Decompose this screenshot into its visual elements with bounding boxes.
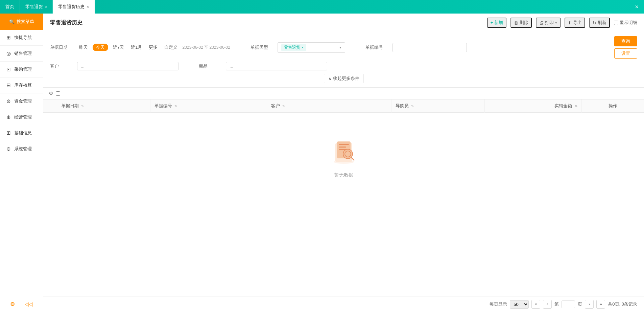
tab-retail-return-history[interactable]: 零售退货历史 × (53, 0, 94, 14)
print-button[interactable]: 🖨 打印 ▾ (536, 18, 560, 28)
first-page-button[interactable]: « (531, 300, 540, 309)
page-word: 第 (554, 301, 559, 307)
refresh-button[interactable]: ↻ 刷新 (589, 18, 610, 28)
type-selector[interactable]: 零售退货 × ▾ (278, 42, 345, 53)
col-header-no[interactable]: 单据编号 ⇅ (150, 99, 267, 113)
col-header-customer[interactable]: 客户 ⇅ (267, 99, 391, 113)
setting-button[interactable]: 设置 (614, 48, 637, 59)
content-area: 零售退货历史 + 新增 🗑 删除 🖨 打印 ▾ ⬆ 导出 ↻ (43, 14, 644, 312)
voucher-input[interactable] (392, 43, 467, 52)
page-title: 零售退货历史 (50, 19, 82, 26)
collapse-button[interactable]: ∧ 收起更多条件 (324, 74, 364, 83)
audio-icon[interactable]: ◁◁ (25, 301, 33, 307)
finance-icon: ⊜ (5, 98, 11, 104)
type-dropdown-arrow: ▾ (339, 45, 341, 50)
sidebar-item-inventory[interactable]: ⊟ 库存核算 (0, 77, 43, 93)
col-header-guide[interactable]: 导购员 ⇅ (391, 99, 484, 113)
data-table: 单据日期 ⇅ 单据编号 ⇅ 客户 ⇅ (43, 99, 644, 113)
sidebar-item-quick-nav-label: 快捷导航 (14, 35, 32, 41)
svg-rect-4 (339, 147, 346, 148)
type-label: 单据类型 (251, 44, 271, 50)
date-option-last7[interactable]: 近7天 (111, 44, 126, 51)
top-bar: 首页 零售退货 × 零售退货历史 × × (0, 0, 644, 14)
empty-state: 暂无数据 (43, 113, 644, 199)
date-option-custom[interactable]: 自定义 (162, 44, 180, 51)
sidebar-search[interactable]: 🔍 搜索菜单 (0, 14, 43, 30)
prev-page-button[interactable]: ‹ (543, 300, 552, 309)
customer-placeholder: ... (81, 64, 85, 69)
system-icon: ⊙ (5, 146, 11, 152)
col-header-date[interactable]: 单据日期 ⇅ (57, 99, 150, 113)
sidebar-item-purchase[interactable]: ⊡ 采购管理 (0, 62, 43, 77)
sidebar-item-sales-label: 销售管理 (14, 50, 32, 57)
goods-input[interactable]: ... (226, 62, 327, 70)
date-option-more[interactable]: 更多 (147, 44, 160, 51)
filter-area: 单据日期 昨天 今天 近7天 近1月 更多 自定义 2023-06-02 至 2… (43, 32, 644, 88)
page-size-select[interactable]: 20 50 100 200 (510, 300, 529, 309)
sidebar-item-basic-label: 基础信息 (14, 130, 32, 136)
sidebar-item-basic[interactable]: ⊞ 基础信息 (0, 125, 43, 141)
settings-gear-icon[interactable]: ⚙ (10, 301, 15, 307)
table-area: ⚙ 单据日期 ⇅ 单据编号 ⇅ (43, 88, 644, 296)
pagination-bar: 每页显示 20 50 100 200 « ‹ 第 1 页 › » 共0页, 0条… (43, 296, 644, 312)
show-detail-checkbox[interactable] (614, 21, 618, 25)
header-actions: + 新增 🗑 删除 🖨 打印 ▾ ⬆ 导出 ↻ 刷新 (487, 18, 637, 28)
customer-input[interactable]: ... (77, 62, 178, 70)
tab-retail-return-close[interactable]: × (45, 5, 47, 9)
inventory-icon: ⊟ (5, 82, 11, 88)
delete-button[interactable]: 🗑 删除 (510, 18, 532, 28)
date-option-yesterday[interactable]: 昨天 (77, 44, 90, 51)
type-tag: 零售退货 × (281, 44, 306, 51)
date-options: 昨天 今天 近7天 近1月 更多 自定义 2023-06-02 至 2023-0… (77, 44, 230, 51)
customer-sort-icon: ⇅ (282, 104, 285, 108)
page-header: 零售退货历史 + 新增 🗑 删除 🖨 打印 ▾ ⬆ 导出 ↻ (43, 14, 644, 32)
sidebar-item-operation[interactable]: ⊕ 经营管理 (0, 109, 43, 125)
tab-retail-return-history-label: 零售退货历史 (58, 4, 85, 10)
print-icon: 🖨 (539, 20, 544, 25)
sidebar-item-system[interactable]: ⊙ 系统管理 (0, 141, 43, 157)
delete-icon: 🗑 (514, 20, 518, 25)
search-icon: 🔍 (9, 19, 15, 24)
col-header-checkbox (43, 99, 57, 113)
empty-illustration (327, 133, 361, 167)
sidebar-item-finance[interactable]: ⊜ 资金管理 (0, 93, 43, 109)
sidebar-item-inventory-label: 库存核算 (14, 82, 32, 88)
query-button[interactable]: 查询 (614, 36, 637, 46)
page-size-label: 每页显示 (490, 301, 507, 307)
guide-sort-icon: ⇅ (411, 104, 414, 108)
filter-row-2: 客户 ... 商品 ... (50, 62, 637, 70)
export-icon: ⬆ (568, 20, 572, 25)
date-option-last-month[interactable]: 近1月 (129, 44, 144, 51)
sales-icon: ◎ (5, 50, 11, 57)
export-button[interactable]: ⬆ 导出 (565, 18, 585, 28)
tab-home[interactable]: 首页 (0, 0, 20, 14)
show-detail-checkbox-label[interactable]: 显示明细 (614, 20, 637, 26)
tab-retail-return-label: 零售退货 (25, 4, 43, 10)
sidebar: 🔍 搜索菜单 ⊞ 快捷导航 ◎ 销售管理 ⊡ 采购管理 ⊟ 库存核算 ⊜ 资金管 (0, 14, 43, 312)
sidebar-item-sales[interactable]: ◎ 销售管理 (0, 46, 43, 62)
sidebar-item-system-label: 系统管理 (14, 146, 32, 152)
purchase-icon: ⊡ (5, 66, 11, 72)
tab-retail-return[interactable]: 零售退货 × (20, 0, 53, 14)
collapse-up-icon: ∧ (328, 76, 332, 81)
last-page-button[interactable]: » (596, 300, 605, 309)
next-page-button[interactable]: › (585, 300, 594, 309)
table-wrapper: 单据日期 ⇅ 单据编号 ⇅ 客户 ⇅ (43, 99, 644, 296)
table-toolbar: ⚙ (43, 88, 644, 99)
window-close-button[interactable]: × (629, 3, 644, 10)
sidebar-item-quick-nav[interactable]: ⊞ 快捷导航 (0, 30, 43, 46)
page-number-input[interactable]: 1 (562, 300, 575, 308)
date-range-display: 2023-06-02 至 2023-06-02 (182, 45, 230, 50)
svg-rect-3 (339, 144, 349, 145)
date-label: 单据日期 (50, 44, 70, 50)
goods-label: 商品 (199, 63, 219, 69)
type-tag-close[interactable]: × (302, 46, 304, 49)
table-settings-icon[interactable]: ⚙ (49, 90, 53, 96)
tab-retail-return-history-close[interactable]: × (87, 5, 89, 9)
select-all-checkbox[interactable] (56, 91, 60, 96)
col-header-amount[interactable]: 实销金额 ⇅ (504, 99, 582, 113)
date-option-today[interactable]: 今天 (93, 44, 108, 51)
sidebar-item-operation-label: 经营管理 (14, 114, 32, 120)
new-button[interactable]: + 新增 (487, 18, 506, 28)
sidebar-item-finance-label: 资金管理 (14, 98, 32, 104)
